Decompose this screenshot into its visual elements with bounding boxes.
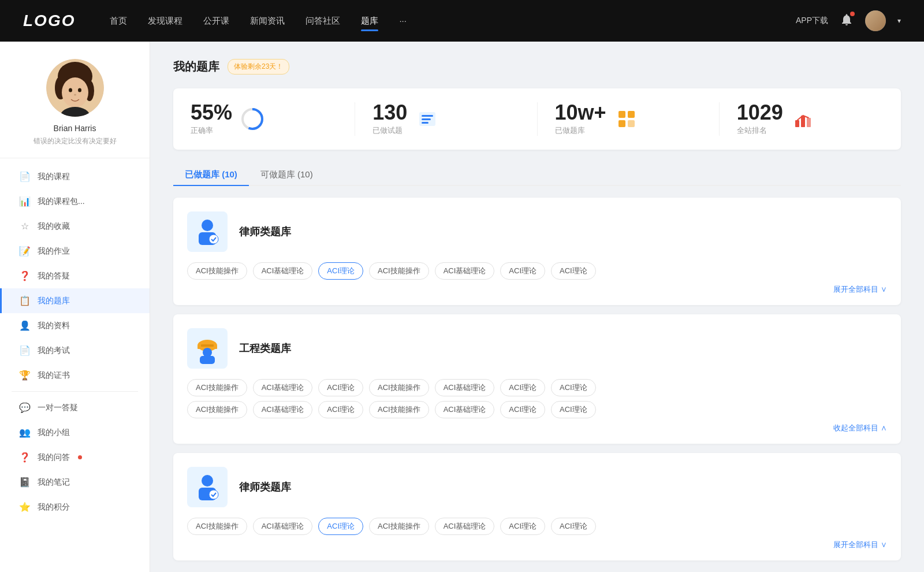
user-motto: 错误的决定比没有决定要好	[33, 136, 117, 146]
tag-item[interactable]: ACI理论	[551, 379, 596, 396]
profile-icon: 👤	[19, 320, 31, 331]
sidebar-item-notes[interactable]: 📓 我的笔记	[0, 470, 150, 495]
nav-qa[interactable]: 问答社区	[305, 13, 340, 29]
sidebar-item-question-bank[interactable]: 📋 我的题库	[0, 288, 150, 313]
tag-item[interactable]: ACI理论	[318, 379, 363, 396]
done-questions-label: 已做试题	[372, 125, 407, 136]
stats-bar: 55% 正确率 130 已做试题	[173, 88, 901, 150]
tab-bar: 已做题库 (10) 可做题库 (10)	[173, 164, 901, 186]
sidebar-item-homework[interactable]: 📝 我的作业	[0, 239, 150, 263]
tag-item[interactable]: ACI基础理论	[253, 262, 313, 280]
nav-home[interactable]: 首页	[110, 13, 127, 29]
tag-item[interactable]: ACI理论	[318, 401, 363, 418]
expand-all-link-1[interactable]: 展开全部科目 ∨	[187, 284, 887, 295]
sidebar-item-group[interactable]: 👥 我的小组	[0, 420, 150, 445]
sidebar-item-label: 我的积分	[38, 502, 70, 512]
tag-item[interactable]: ACI理论	[551, 401, 596, 418]
avatar-image	[865, 10, 886, 31]
sidebar-item-label: 我的课程包...	[38, 196, 85, 207]
chevron-down-icon[interactable]: ▾	[897, 17, 901, 25]
tag-item[interactable]: ACI技能操作	[187, 262, 247, 280]
engineer-bank-icon	[187, 328, 228, 369]
app-download-button[interactable]: APP下载	[796, 16, 828, 26]
tab-done-banks[interactable]: 已做题库 (10)	[173, 164, 249, 186]
nav-open-course[interactable]: 公开课	[203, 13, 229, 29]
tag-item[interactable]: ACI基础理论	[253, 401, 313, 418]
notification-bell[interactable]	[840, 13, 854, 29]
ranking-chart-icon	[791, 107, 815, 131]
tag-item[interactable]: ACI理论	[500, 379, 545, 396]
lawyer-bank-icon-2	[187, 467, 228, 507]
sidebar-item-one-on-one[interactable]: 💬 一对一答疑	[0, 395, 150, 420]
stat-rank: 1029 全站排名	[720, 102, 901, 136]
svg-rect-17	[619, 120, 625, 127]
tag-item[interactable]: ACI理论	[500, 518, 545, 535]
tag-item[interactable]: ACI技能操作	[187, 379, 247, 396]
tag-item[interactable]: ACI基础理论	[435, 379, 495, 396]
tag-item[interactable]: ACI技能操作	[187, 518, 247, 535]
tag-item[interactable]: ACI基础理论	[435, 401, 495, 418]
expand-all-link-3[interactable]: 展开全部科目 ∨	[187, 540, 887, 550]
sidebar-item-favorites[interactable]: ☆ 我的收藏	[0, 214, 150, 239]
nav-discover[interactable]: 发现课程	[148, 13, 182, 29]
sidebar-item-certificate[interactable]: 🏆 我的证书	[0, 363, 150, 388]
tag-item[interactable]: ACI基础理论	[253, 518, 313, 535]
tag-item-active[interactable]: ACI理论	[318, 262, 363, 280]
tag-item[interactable]: ACI理论	[500, 262, 545, 280]
homework-icon: 📝	[19, 246, 31, 257]
sidebar-item-label: 我的收藏	[38, 221, 70, 232]
svg-rect-13	[422, 118, 431, 120]
sidebar-item-my-qa[interactable]: ❓ 我的问答	[0, 445, 150, 470]
tab-available-banks[interactable]: 可做题库 (10)	[249, 164, 325, 186]
sidebar-menu: 📄 我的课程 📊 我的课程包... ☆ 我的收藏 📝 我的作业 ❓ 我的答疑 📋	[0, 164, 150, 519]
tag-item[interactable]: ACI基础理论	[253, 379, 313, 396]
svg-point-32	[209, 490, 218, 499]
nav-more[interactable]: ···	[399, 13, 407, 29]
tag-item[interactable]: ACI基础理论	[435, 518, 495, 535]
main-content: 我的题库 体验剩余23天！ 55% 正确率	[150, 42, 924, 572]
done-banks-label: 已做题库	[555, 125, 606, 136]
navbar: LOGO 首页 发现课程 公开课 新闻资讯 问答社区 题库 ··· APP下载 …	[0, 0, 924, 42]
profile-section: Brian Harris 错误的决定比没有决定要好	[0, 59, 150, 158]
tag-item[interactable]: ACI理论	[500, 401, 545, 418]
sidebar-item-qa[interactable]: ❓ 我的答疑	[0, 263, 150, 288]
sidebar-item-label: 我的小组	[38, 428, 70, 438]
sidebar-item-course-package[interactable]: 📊 我的课程包...	[0, 189, 150, 214]
svg-point-28	[203, 348, 212, 357]
tag-item[interactable]: ACI技能操作	[369, 401, 429, 418]
stat-done-banks: 10w+ 已做题库	[538, 102, 720, 136]
sidebar-item-label: 我的资料	[38, 321, 70, 331]
collapse-all-link[interactable]: 收起全部科目 ∧	[187, 423, 887, 433]
svg-point-5	[69, 88, 72, 92]
tag-item[interactable]: ACI理论	[551, 262, 596, 280]
tag-item[interactable]: ACI技能操作	[369, 518, 429, 535]
sidebar-item-course[interactable]: 📄 我的课程	[0, 164, 150, 189]
tag-item-active[interactable]: ACI理论	[318, 518, 363, 535]
sidebar-item-label: 我的证书	[38, 370, 70, 381]
accuracy-label: 正确率	[191, 125, 232, 136]
tag-item[interactable]: ACI技能操作	[369, 379, 429, 396]
bank-card-engineer: 工程类题库 ACI技能操作 ACI基础理论 ACI理论 ACI技能操作 ACI基…	[173, 314, 901, 444]
tag-item[interactable]: ACI技能操作	[187, 401, 247, 418]
sidebar-item-points[interactable]: ⭐ 我的积分	[0, 495, 150, 519]
tag-item[interactable]: ACI基础理论	[435, 262, 495, 280]
done-questions-value: 130	[372, 102, 407, 123]
qa-notification-dot	[78, 455, 82, 459]
sidebar-item-exam[interactable]: 📄 我的考试	[0, 338, 150, 363]
svg-rect-15	[619, 111, 625, 118]
points-icon: ⭐	[19, 502, 31, 512]
rank-value: 1029	[737, 102, 783, 123]
sidebar-item-label: 我的作业	[38, 246, 70, 257]
avatar[interactable]	[865, 10, 886, 31]
svg-rect-19	[795, 120, 799, 127]
sidebar-item-profile[interactable]: 👤 我的资料	[0, 313, 150, 338]
tag-item[interactable]: ACI理论	[551, 518, 596, 535]
username: Brian Harris	[54, 124, 96, 133]
tag-item[interactable]: ACI技能操作	[369, 262, 429, 280]
nav-question-bank[interactable]: 题库	[361, 13, 378, 29]
svg-point-4	[62, 77, 88, 107]
svg-rect-16	[628, 111, 635, 118]
nav-news[interactable]: 新闻资讯	[250, 13, 285, 29]
sidebar-item-label: 我的题库	[38, 296, 70, 306]
nav-menu: 首页 发现课程 公开课 新闻资讯 问答社区 题库 ···	[110, 13, 796, 29]
